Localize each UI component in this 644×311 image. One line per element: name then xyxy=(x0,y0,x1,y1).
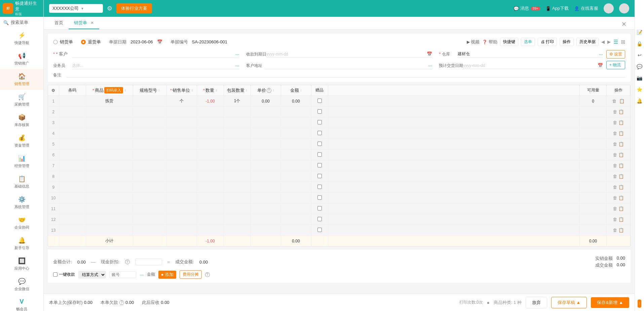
copy-icon[interactable]: 📋 xyxy=(618,131,624,136)
delete-icon[interactable]: 🗑 xyxy=(613,120,617,125)
cell-qty[interactable]: -1.00 xyxy=(197,96,224,107)
add-payment-btn[interactable]: ● 添加 xyxy=(158,271,176,279)
delete-icon[interactable]: 🗑 xyxy=(613,206,617,211)
operation-btn[interactable]: 操作 xyxy=(560,38,574,46)
copy-icon[interactable]: 📋 xyxy=(618,174,624,179)
sidebar-item-marketing[interactable]: 📢 营销推广 xyxy=(0,49,43,69)
rp-icon-camera[interactable]: 📷 xyxy=(635,73,644,83)
customer-addr-input[interactable] xyxy=(265,63,427,68)
copy-icon[interactable]: 📋 xyxy=(619,99,624,104)
rp-orange-btn[interactable]: ! xyxy=(638,300,641,308)
one-click-checkbox[interactable] xyxy=(53,272,58,277)
calc-method-select[interactable]: 结算方式 xyxy=(78,271,106,278)
cell-product[interactable]: 拣货 xyxy=(86,96,133,107)
settings-gear-icon[interactable]: ⚙ xyxy=(107,5,112,12)
user-avatar[interactable] xyxy=(604,3,614,13)
copy-icon[interactable]: 📋 xyxy=(618,206,624,211)
rp-icon-edit[interactable]: 📝 xyxy=(635,27,644,38)
expense-split-btn[interactable]: 费用分摊 xyxy=(180,270,202,279)
print-btn[interactable]: 🖨 打印 xyxy=(538,38,557,46)
tab-close-page-icon[interactable]: ✕ xyxy=(621,21,627,28)
sidebar-item-purchase[interactable]: 🛒 采购管理 xyxy=(0,90,43,110)
customer-input[interactable] xyxy=(72,52,234,56)
video-btn[interactable]: ▶ 视频 xyxy=(467,39,480,45)
cell-gift[interactable] xyxy=(311,96,328,107)
view-list-icon[interactable]: ☰ xyxy=(613,39,618,45)
abandon-btn[interactable]: 放弃 xyxy=(526,297,547,308)
cash-discount-info-icon[interactable]: ? xyxy=(125,260,130,264)
history-btn[interactable]: 历史单据 xyxy=(576,38,599,46)
customer-dots[interactable]: ··· xyxy=(235,51,239,57)
cell-barcode[interactable] xyxy=(59,96,86,107)
save-draft-btn[interactable]: 保存草稿 ▲ xyxy=(551,297,587,308)
delivery-date-input[interactable] xyxy=(463,63,597,68)
delete-icon[interactable]: 🗑 xyxy=(613,195,617,200)
calendar-icon[interactable]: 📅 xyxy=(157,39,162,44)
trial-btn[interactable]: 体验行业方案 xyxy=(116,3,152,13)
salesperson-input[interactable] xyxy=(72,63,234,68)
rp-icon-return[interactable]: ↩ xyxy=(635,50,644,61)
online-service-btn[interactable]: 👤 在线客服 xyxy=(574,5,598,11)
radio-return-order[interactable]: 退货单 xyxy=(81,39,101,45)
sidebar-item-finance[interactable]: 💰 资金管理 xyxy=(0,131,43,151)
sidebar-item-inventory[interactable]: 📦 库存核算 xyxy=(0,110,43,131)
gift-checkbox[interactable] xyxy=(317,217,322,221)
warehouse-dots[interactable]: ··· xyxy=(599,51,603,57)
sidebar-item-guide[interactable]: 🔔 新手引导 xyxy=(0,233,43,254)
delete-icon[interactable]: 🗑 xyxy=(613,174,617,179)
note-input[interactable] xyxy=(67,73,625,78)
cell-pack-qty[interactable]: 1个 xyxy=(224,96,251,107)
sidebar-item-vip[interactable]: V 畅会员 xyxy=(0,295,43,311)
delete-icon[interactable]: 🗑 xyxy=(613,163,617,168)
gift-checkbox[interactable] xyxy=(317,174,322,178)
addr-dots[interactable]: ··· xyxy=(428,63,432,68)
delivery-calendar-icon[interactable]: 📅 xyxy=(598,63,603,68)
copy-icon[interactable]: 📋 xyxy=(618,163,624,168)
scan-barcode-btn[interactable]: 扫码录入 xyxy=(104,87,123,93)
app-download-btn[interactable]: 📱 App下载 xyxy=(545,5,569,11)
account-input[interactable] xyxy=(109,271,136,278)
gift-checkbox[interactable] xyxy=(317,228,322,232)
cell-amount[interactable]: 0.00 xyxy=(281,96,311,107)
warehouse-input[interactable] xyxy=(458,52,598,56)
save-new-btn[interactable]: 保存&新增 ▲ xyxy=(591,297,629,308)
copy-icon[interactable]: 📋 xyxy=(618,109,624,114)
payment-date-input[interactable] xyxy=(266,52,427,56)
cell-note[interactable] xyxy=(328,96,580,107)
sidebar-item-apps[interactable]: 🔲 应用中心 xyxy=(0,254,43,274)
delete-icon[interactable]: 🗑 xyxy=(613,217,617,222)
copy-icon[interactable]: 📋 xyxy=(618,142,624,147)
delete-icon[interactable]: 🗑 xyxy=(613,228,617,233)
delete-icon[interactable]: 🗑 xyxy=(613,152,617,157)
copy-icon[interactable]: 📋 xyxy=(618,228,624,233)
message-btn[interactable]: 💬 消息 99+ xyxy=(514,5,540,11)
payment-calendar-icon[interactable]: 📅 xyxy=(427,51,432,56)
logistics-button[interactable]: + 物流 xyxy=(606,61,625,69)
nav-prev-icon[interactable]: ◀ xyxy=(601,39,605,44)
rp-icon-star[interactable]: ⭐ xyxy=(635,84,644,95)
rp-bottom-icon[interactable]: ! xyxy=(638,300,641,308)
gift-checkbox[interactable] xyxy=(317,185,322,189)
radio-sales-order[interactable]: 销货单 xyxy=(53,39,73,45)
delete-icon[interactable]: 🗑 xyxy=(613,142,617,147)
copy-icon[interactable]: 📋 xyxy=(618,120,624,125)
gift-checkbox[interactable] xyxy=(317,195,322,200)
gift-checkbox[interactable] xyxy=(317,99,322,103)
company-selector[interactable]: XXXXXX公司 ▼ xyxy=(49,4,103,13)
copy-icon[interactable]: 📋 xyxy=(618,195,624,200)
copy-icon[interactable]: 📋 xyxy=(618,185,624,190)
copy-icon[interactable]: 📋 xyxy=(618,217,624,222)
delete-icon[interactable]: 🗑 xyxy=(613,109,617,114)
sidebar-item-management[interactable]: 📊 经营管理 xyxy=(0,151,43,172)
delete-icon[interactable]: 🗑 xyxy=(613,185,617,190)
cell-spec[interactable] xyxy=(133,96,166,107)
help-btn[interactable]: ❓ 帮助 xyxy=(482,39,497,45)
sidebar-item-collab[interactable]: 🤝 企业协同 xyxy=(0,213,43,233)
cash-discount-input[interactable] xyxy=(135,259,162,265)
gift-checkbox[interactable] xyxy=(317,131,322,135)
gift-checkbox[interactable] xyxy=(317,206,322,210)
sidebar-item-wechat[interactable]: 💬 企业微信 xyxy=(0,274,43,295)
shortage-info-icon[interactable]: ? xyxy=(119,300,124,305)
view-grid-icon[interactable]: ⊞ xyxy=(621,39,625,45)
cell-unit[interactable]: 个 xyxy=(166,96,197,107)
